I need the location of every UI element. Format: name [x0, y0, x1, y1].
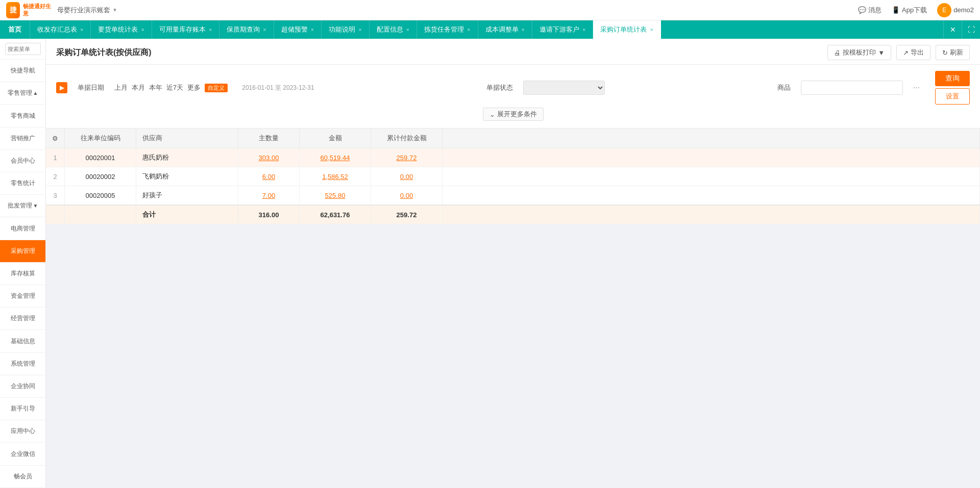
sidebar-item-retail-mall[interactable]: 零售商城 [0, 105, 45, 127]
sidebar-label-inventory: 库存核算 [11, 269, 35, 278]
sidebar-label-retail-stats: 零售统计 [11, 179, 35, 188]
sidebar-item-members[interactable]: 会员中心 [0, 150, 45, 172]
user-area[interactable]: E demo2 [937, 3, 974, 17]
sidebar-item-system[interactable]: 系统管理 [0, 353, 45, 375]
nav-tab-10[interactable]: 采购订单统计表 × [593, 20, 660, 39]
tab-close-8[interactable]: × [522, 27, 525, 33]
settings-icon: ⚙ [52, 135, 58, 142]
export-btn[interactable]: ↗ 导出 [896, 45, 930, 60]
sidebar-item-collab[interactable]: 企业协同 [0, 375, 45, 398]
sidebar-item-purchase[interactable]: 采购管理 [0, 240, 45, 263]
sidebar-item-wechat[interactable]: 企业微信 [0, 443, 45, 465]
date-shortcut-more[interactable]: 更多 [187, 83, 201, 92]
logo-area: 捷 畅捷通好生意 [6, 2, 52, 18]
nav-tab-1[interactable]: 要货单统计表 × [91, 20, 152, 39]
date-custom-badge[interactable]: 自定义 [205, 84, 228, 92]
sidebar-item-appcenter[interactable]: 应用中心 [0, 420, 45, 443]
nav-tab-0[interactable]: 收发存汇总表 × [30, 20, 91, 39]
tab-close-6[interactable]: × [406, 27, 409, 33]
date-shortcut-this-month[interactable]: 本月 [132, 83, 145, 92]
top-bar: 捷 畅捷通好生意 母婴行业演示账套 ▼ 💬 消息 📱 App下载 E demo2 [0, 0, 980, 20]
logo-icon: 捷 [6, 2, 20, 18]
nav-tab-8[interactable]: 成本调整单 × [478, 20, 532, 39]
footer-paid: 259.72 [371, 205, 443, 224]
sidebar-label-retail-mall: 零售商城 [11, 112, 35, 120]
row-extra [443, 167, 980, 186]
nav-tab-5[interactable]: 功能说明 × [322, 20, 369, 39]
th-settings[interactable]: ⚙ [46, 129, 65, 148]
row-paid: 259.72 [371, 148, 443, 167]
date-shortcut-this-year[interactable]: 本年 [149, 83, 162, 92]
expand-more-btn[interactable]: ⌄ 展开更多条件 [483, 108, 544, 121]
tab-close-0[interactable]: × [80, 27, 83, 33]
expand-label: 展开更多条件 [497, 110, 537, 119]
main-content: 采购订单统计表(按供应商) 🖨 按模板打印 ▼ ↗ 导出 ↻ 刷新 [46, 39, 980, 488]
wholesale-arrow-icon: ▼ [33, 203, 38, 209]
settings-btn[interactable]: 设置 [935, 88, 970, 105]
printer-icon: 🖨 [834, 49, 841, 57]
row-supplier: 惠氏奶粉 [136, 148, 238, 167]
sidebar-item-inventory[interactable]: 库存核算 [0, 263, 45, 285]
row-extra [443, 186, 980, 206]
sidebar-item-retail-mgmt[interactable]: 零售管理 ▲ [0, 82, 45, 105]
tab-close-1[interactable]: × [141, 27, 144, 33]
sidebar-label-system: 系统管理 [11, 359, 35, 368]
nav-close-btn[interactable]: ✕ [943, 20, 962, 39]
app-download-btn[interactable]: 📱 App下载 [892, 6, 927, 15]
sidebar-search-input[interactable] [5, 43, 41, 55]
sidebar-item-basics[interactable]: 基础信息 [0, 330, 45, 352]
tab-label-9: 邀请下游客户 [540, 25, 579, 34]
tab-close-7[interactable]: × [467, 27, 470, 33]
template-print-btn[interactable]: 🖨 按模板打印 ▼ [827, 45, 891, 60]
nav-tab-2[interactable]: 可用量库存账本 × [152, 20, 219, 39]
tab-close-5[interactable]: × [358, 27, 361, 33]
sidebar-item-marketing[interactable]: 营销推广 [0, 127, 45, 150]
tab-close-3[interactable]: × [263, 27, 266, 33]
sidebar-item-member[interactable]: 畅会员 [0, 466, 45, 488]
sidebar-item-newbie[interactable]: 新手引导 [0, 398, 45, 420]
sidebar-item-wholesale[interactable]: 批发管理 ▼ [0, 195, 45, 217]
page-header: 采购订单统计表(按供应商) 🖨 按模板打印 ▼ ↗ 导出 ↻ 刷新 [46, 39, 980, 65]
date-shortcut-7days[interactable]: 近7天 [166, 83, 183, 92]
refresh-btn[interactable]: ↻ 刷新 [936, 45, 970, 60]
sidebar-item-operation[interactable]: 经营管理 [0, 307, 45, 330]
date-range-text: 2016-01-01 至 2023-12-31 [242, 84, 314, 92]
row-supplier: 好孩子 [136, 186, 238, 206]
tab-label-5: 功能说明 [329, 25, 355, 34]
nav-tab-7[interactable]: 拣货任务管理 × [417, 20, 478, 39]
sidebar-label-purchase: 采购管理 [11, 247, 35, 255]
sidebar-label-basics: 基础信息 [11, 337, 35, 346]
nav-tab-3[interactable]: 保质期查询 × [219, 20, 274, 39]
goods-filter-more-btn[interactable]: ··· [913, 83, 920, 92]
sidebar-item-finance[interactable]: 资金管理 [0, 285, 45, 307]
tab-close-2[interactable]: × [209, 27, 212, 33]
tab-close-4[interactable]: × [311, 27, 314, 33]
status-select[interactable] [523, 81, 605, 95]
nav-tab-home[interactable]: 首页 [0, 20, 30, 39]
sidebar-label-ecommerce: 电商管理 [11, 224, 35, 233]
sidebar-item-retail-stats[interactable]: 零售统计 [0, 172, 45, 195]
table-footer-row: 合计 316.00 62,631.76 259.72 [46, 205, 980, 224]
tab-label-6: 配置信息 [377, 25, 403, 34]
filter-toggle-btn[interactable]: ▶ [56, 82, 67, 93]
sidebar-label-wechat: 企业微信 [11, 450, 35, 458]
nav-tab-9[interactable]: 邀请下游客户 × [532, 20, 593, 39]
sidebar-label-collab: 企业协同 [11, 382, 35, 391]
query-btn[interactable]: 查询 [935, 71, 970, 86]
sidebar-item-quicknav[interactable]: 快捷导航 [0, 60, 45, 82]
tab-label-3: 保质期查询 [227, 25, 260, 34]
nav-fullscreen-btn[interactable]: ⛶ [962, 20, 980, 39]
app-icon: 📱 [892, 6, 900, 14]
sidebar-item-ecommerce[interactable]: 电商管理 [0, 217, 45, 240]
message-btn[interactable]: 💬 消息 [858, 6, 881, 15]
nav-tab-6[interactable]: 配置信息 × [370, 20, 417, 39]
tab-close-9[interactable]: × [582, 27, 585, 33]
date-shortcut-last-month[interactable]: 上月 [114, 83, 128, 92]
row-amount: 1,586.52 [300, 167, 371, 186]
workspace-selector[interactable]: 母婴行业演示账套 ▼ [57, 6, 117, 15]
sidebar-label-quicknav: 快捷导航 [11, 66, 35, 75]
goods-filter-label: 商品 [777, 83, 791, 92]
nav-tab-4[interactable]: 超储预警 × [274, 20, 322, 39]
goods-filter-input[interactable] [801, 81, 903, 95]
tab-close-10[interactable]: × [650, 27, 653, 33]
